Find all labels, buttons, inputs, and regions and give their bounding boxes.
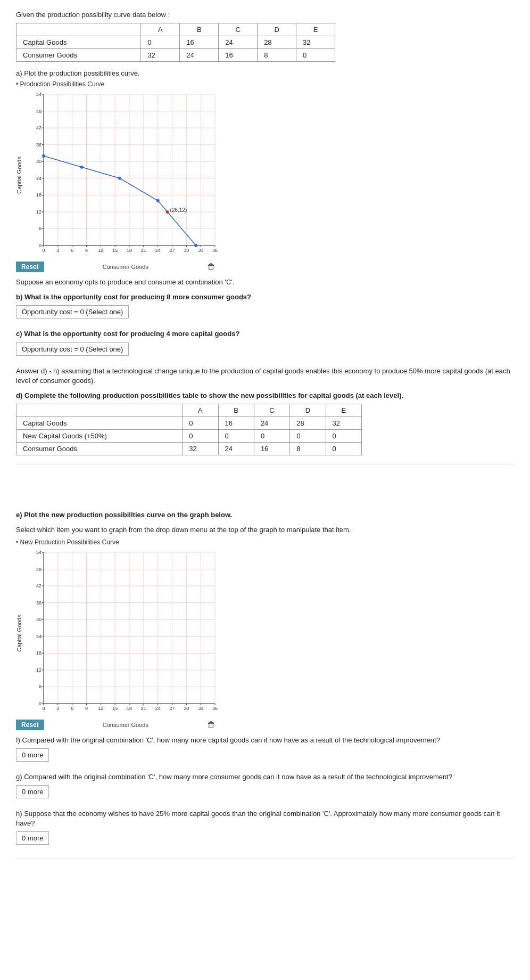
part-h-label: h) Suppose that the economy wishes to ha… (16, 809, 514, 828)
col-header-empty (16, 23, 141, 36)
graph2-title: New Production Possibilities Curve (16, 538, 514, 546)
capital-B: 16 (180, 36, 219, 49)
answer-f-text: 0 more (22, 751, 43, 759)
part-b-label: b) What is the opportunity cost for prod… (16, 292, 514, 302)
x-axis-label-2: Consumer Goods (103, 722, 148, 728)
reset-button-2[interactable]: Reset (16, 720, 44, 730)
col2-header-A: A (183, 404, 218, 417)
capital-E: 32 (296, 36, 335, 49)
answer-h-box[interactable]: 0 more (16, 831, 49, 845)
answer-b-box[interactable]: Opportunity cost = 0 (Select one) (16, 305, 129, 318)
part-a-label: a) Plot the production possibilities cur… (16, 69, 514, 77)
answer-h-text: 0 more (22, 834, 43, 842)
capital-C: 24 (219, 36, 258, 49)
col2-header-empty (16, 404, 183, 417)
t2-new-capital-B: 0 (218, 430, 254, 443)
reset-bar-1: Reset Consumer Goods 🗑 (16, 262, 216, 272)
part-e-label2: Select which item you want to graph from… (16, 525, 514, 535)
t2-capital-E: 32 (326, 417, 361, 430)
consumer-E: 0 (296, 49, 335, 62)
col-header-E: E (296, 23, 335, 36)
t2-capital-A: 0 (183, 417, 218, 430)
col2-header-D: D (290, 404, 326, 417)
table-row: Consumer Goods 32 24 16 8 0 (16, 49, 335, 62)
row2-label-capital: Capital Goods (16, 417, 183, 430)
graph1-area: Capital Goods (16, 90, 514, 260)
t2-consumer-C: 16 (254, 443, 289, 455)
t2-new-capital-D: 0 (290, 430, 326, 443)
consumer-C: 16 (219, 49, 258, 62)
col2-header-B: B (218, 404, 254, 417)
bottom-divider (16, 859, 514, 859)
intro-text: Given the production possibility curve d… (16, 11, 514, 19)
col2-header-E: E (326, 404, 361, 417)
part-f-label: f) Compared with the original combinatio… (16, 736, 514, 745)
consumer-A: 32 (141, 49, 180, 62)
part-c-label: c) What is the opportunity cost for prod… (16, 329, 514, 339)
capital-A: 0 (141, 36, 180, 49)
graph2-area: Capital Goods (16, 548, 514, 718)
reset-bar-2: Reset Consumer Goods 🗑 (16, 720, 216, 730)
t2-consumer-D: 8 (290, 443, 326, 455)
data-table-1: A B C D E Capital Goods 0 16 24 28 32 Co… (16, 23, 335, 62)
consumer-D: 8 (258, 49, 296, 62)
capital-D: 28 (258, 36, 296, 49)
suppose-text: Suppose an economy opts to produce and c… (16, 277, 514, 287)
col-header-B: B (180, 23, 219, 36)
table-row: New Capital Goods (+50%) 0 0 0 0 0 (16, 430, 362, 443)
t2-capital-C: 24 (254, 417, 289, 430)
trash-icon-2[interactable]: 🗑 (207, 720, 216, 730)
col2-header-C: C (254, 404, 289, 417)
answer-b-text: Opportunity cost = 0 (Select one) (22, 308, 123, 316)
row2-label-consumer: Consumer Goods (16, 443, 183, 455)
answer-d-h-text: Answer d) - h) assuming that a technolog… (16, 366, 514, 386)
consumer-B: 24 (180, 49, 219, 62)
row2-label-new-capital: New Capital Goods (+50%) (16, 430, 183, 443)
trash-icon-1[interactable]: 🗑 (207, 262, 216, 272)
table-row: Capital Goods 0 16 24 28 32 (16, 417, 362, 430)
table-row: Capital Goods 0 16 24 28 32 (16, 36, 335, 49)
answer-g-text: 0 more (22, 788, 43, 796)
answer-c-text: Opportunity cost = 0 (Select one) (22, 345, 123, 353)
answer-g-box[interactable]: 0 more (16, 785, 49, 798)
chart-inner-1 (23, 90, 220, 260)
reset-button-1[interactable]: Reset (16, 262, 44, 272)
col-header-A: A (141, 23, 180, 36)
x-axis-label-1: Consumer Goods (103, 264, 148, 270)
part-d-label: d) Complete the following production pos… (16, 391, 514, 401)
y-axis-label-2: Capital Goods (16, 615, 22, 652)
t2-consumer-E: 0 (326, 443, 361, 455)
t2-consumer-A: 32 (183, 443, 218, 455)
t2-new-capital-A: 0 (183, 430, 218, 443)
row-label-consumer: Consumer Goods (16, 49, 141, 62)
y-axis-label-1: Capital Goods (16, 157, 22, 194)
data-table-2: A B C D E Capital Goods 0 16 24 28 32 Ne… (16, 404, 362, 455)
divider (16, 464, 514, 464)
col-header-C: C (219, 23, 258, 36)
answer-c-box[interactable]: Opportunity cost = 0 (Select one) (16, 342, 129, 356)
answer-f-box[interactable]: 0 more (16, 748, 49, 762)
graph1-title: Production Possibilities Curve (16, 80, 514, 88)
part-e-label1: e) Plot the new production possibilities… (16, 510, 514, 520)
chart-canvas-1[interactable] (23, 90, 220, 260)
t2-consumer-B: 24 (218, 443, 254, 455)
col-header-D: D (258, 23, 296, 36)
chart-canvas-2[interactable] (23, 548, 220, 718)
page: Given the production possibility curve d… (0, 0, 530, 980)
t2-capital-D: 28 (290, 417, 326, 430)
t2-new-capital-C: 0 (254, 430, 289, 443)
row-label-capital: Capital Goods (16, 36, 141, 49)
table-row: Consumer Goods 32 24 16 8 0 (16, 443, 362, 455)
t2-capital-B: 16 (218, 417, 254, 430)
chart-inner-2 (23, 548, 220, 718)
t2-new-capital-E: 0 (326, 430, 361, 443)
part-g-label: g) Compared with the original combinatio… (16, 772, 514, 782)
